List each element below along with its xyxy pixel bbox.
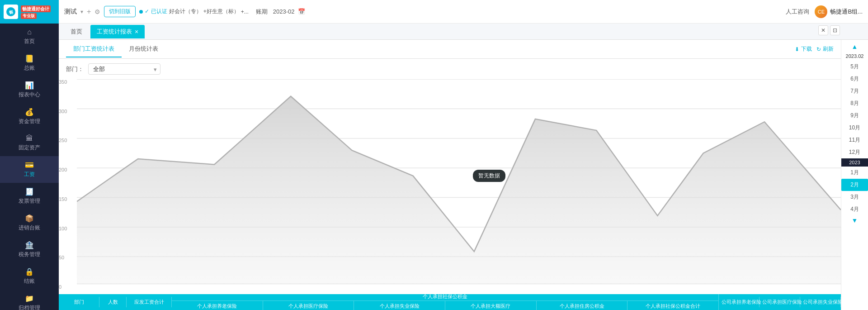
status-more: +...	[241, 9, 249, 15]
right-panel: ▲ 2023.02 5月 6月 7月 8月 9月 10月 11月 12月 202…	[841, 40, 868, 310]
panel-expand-button[interactable]: ⊡	[830, 25, 840, 35]
payroll-icon: 💳	[25, 161, 34, 169]
assets-icon: 🏛	[26, 134, 33, 143]
col-total-salary: 应发工资合计	[127, 297, 172, 307]
year-2023-header[interactable]: 2023	[841, 158, 868, 167]
col-personal-total: 个人承担社保公积金合计	[627, 301, 719, 310]
col-personal-pension: 个人承担养老保险	[172, 301, 263, 310]
panel-close-button[interactable]: ✕	[818, 25, 828, 35]
sub-tab-monthly-stats[interactable]: 月份统计表	[122, 41, 165, 57]
invoices-icon: 🧾	[25, 187, 34, 196]
sidebar-item-reports[interactable]: 📊 报表中心	[0, 76, 59, 103]
personal-group-cells: 个人承担养老保险 个人承担医疗保险 个人承担失业保险 个人承担大额医疗 个人承担…	[172, 301, 719, 310]
month-10[interactable]: 10月	[841, 122, 868, 134]
month-7[interactable]: 7月	[841, 85, 868, 97]
tab-close-button[interactable]: ×	[135, 28, 138, 35]
company-dropdown-arrow[interactable]: ▾	[80, 9, 83, 15]
app-logo: 畅 畅捷通好会计 专业版	[0, 0, 59, 24]
sidebar-item-assets[interactable]: 🏛 固定资产	[0, 130, 59, 156]
sidebar-item-closing[interactable]: 🔒 结账	[0, 263, 59, 290]
year-next-button[interactable]: ▼	[850, 215, 859, 225]
sidebar-item-general-ledger[interactable]: 📒 总账	[0, 50, 59, 76]
dept-select-wrapper: 全部 销售部 财务部 技术部 行政部	[88, 63, 160, 75]
sidebar-item-invoices[interactable]: 🧾 发票管理	[0, 183, 59, 210]
tab-salary-report[interactable]: 工资统计报表 ×	[90, 25, 145, 38]
topbar: 测试 ▾ + ⚙ 切到旧版 ✓ 已认证 好会计（专） +好生意（标） +... …	[59, 0, 868, 24]
month-1[interactable]: 1月	[841, 167, 868, 179]
main-content: 测试 ▾ + ⚙ 切到旧版 ✓ 已认证 好会计（专） +好生意（标） +... …	[59, 0, 868, 310]
user-info: CE 畅捷通B组...	[815, 5, 863, 18]
line-chart	[77, 79, 841, 290]
table-header: 部门 人数 应发工资合计 个人承担社保公积金 个人承担养老保险 个人承担医疗保险…	[59, 294, 841, 310]
month-12[interactable]: 12月	[841, 146, 868, 158]
topbar-right: 人工咨询 CE 畅捷通B组...	[786, 5, 863, 18]
status-dot	[139, 10, 143, 14]
sidebar-item-funds[interactable]: 💰 资金管理	[0, 103, 59, 130]
left-panel: 部门工资统计表 月份统计表 ⬇ 下载 ↻ 刷新	[59, 40, 841, 310]
home-icon: ⌂	[27, 28, 32, 36]
col-personal-medical: 个人承担医疗保险	[263, 301, 354, 310]
reports-icon: 📊	[25, 81, 34, 90]
sidebar-item-payroll[interactable]: 💳 工资	[0, 156, 59, 183]
dept-select[interactable]: 全部 销售部 财务部 技术部 行政部	[88, 63, 160, 75]
company-title: 测试	[64, 8, 77, 16]
col-company-medical: 公司承担医疗保险	[760, 297, 800, 307]
topbar-status: ✓ 已认证 好会计（专） +好生意（标） +...	[139, 8, 248, 15]
calendar-icon[interactable]: 📅	[298, 8, 305, 15]
month-6[interactable]: 6月	[841, 73, 868, 85]
year-prev-button[interactable]: ▲	[850, 42, 859, 52]
sidebar-item-archive[interactable]: 📁 归档管理	[0, 290, 59, 310]
sidebar-item-tax[interactable]: 🏦 税务管理	[0, 236, 59, 263]
human-service-link[interactable]: 人工咨询	[786, 8, 809, 16]
username: 畅捷通B组...	[830, 8, 863, 16]
switch-old-version-button[interactable]: 切到旧版	[104, 6, 136, 17]
archive-icon: 📁	[25, 294, 34, 303]
download-icon: ⬇	[795, 46, 799, 52]
status-certified: ✓ 已认证	[145, 8, 167, 15]
page-body: 部门工资统计表 月份统计表 ⬇ 下载 ↻ 刷新	[59, 40, 868, 310]
funds-icon: 💰	[25, 108, 34, 116]
logo-icon: 畅	[4, 5, 18, 19]
tab-bar: 首页 工资统计报表 ×	[59, 24, 868, 40]
sub-tabs: 部门工资统计表 月份统计表 ⬇ 下载 ↻ 刷新	[59, 40, 841, 59]
month-2-active[interactable]: 2月	[841, 179, 868, 191]
refresh-button[interactable]: ↻ 刷新	[816, 45, 834, 53]
sub-tab-actions: ⬇ 下载 ↻ 刷新	[795, 45, 834, 53]
sidebar-item-home[interactable]: ⌂ 首页	[0, 24, 59, 50]
month-9[interactable]: 9月	[841, 110, 868, 122]
topbar-plus[interactable]: +	[87, 8, 91, 16]
tab-home[interactable]: 首页	[64, 25, 89, 38]
personal-group-header: 个人承担社保公积金	[172, 294, 719, 301]
topbar-gear[interactable]: ⚙	[94, 8, 100, 15]
month-4[interactable]: 4月	[841, 203, 868, 215]
personal-group: 个人承担社保公积金 个人承担养老保险 个人承担医疗保险 个人承担失业保险 个人承…	[172, 294, 719, 310]
col-personal-major-medical: 个人承担大额医疗	[445, 301, 537, 310]
download-button[interactable]: ⬇ 下载	[795, 45, 812, 53]
sidebar-nav: ⌂ 首页 📒 总账 📊 报表中心 💰 资金管理 🏛 固定资产 💳 工资 🧾 发票…	[0, 24, 59, 310]
avatar: CE	[815, 5, 827, 18]
period-value: 2023-02	[273, 8, 295, 15]
chart-area: 350 300 250 200 150 100 50 0 暂无数据	[59, 79, 841, 294]
filter-row: 部门： 全部 销售部 财务部 技术部 行政部	[59, 59, 841, 79]
refresh-icon: ↻	[816, 46, 821, 52]
col-count: 人数	[99, 297, 127, 307]
tax-icon: 🏦	[25, 241, 34, 249]
status-business: +好生意（标）	[203, 8, 239, 15]
filter-label: 部门：	[66, 65, 84, 73]
month-8[interactable]: 8月	[841, 97, 868, 110]
sub-tab-dept-stats[interactable]: 部门工资统计表	[66, 41, 122, 57]
sidebar-item-purchase-sales[interactable]: 📦 进销台账	[0, 210, 59, 236]
purchase-icon: 📦	[25, 214, 34, 223]
col-personal-housing: 个人承担住房公积金	[537, 301, 628, 310]
month-5[interactable]: 5月	[841, 61, 868, 73]
sidebar: 畅 畅捷通好会计 专业版 ⌂ 首页 📒 总账 📊 报表中心 💰 资金管理 🏛 固…	[0, 0, 59, 310]
panel-controls: ✕ ⊡	[818, 25, 840, 35]
month-11[interactable]: 11月	[841, 134, 868, 146]
month-3[interactable]: 3月	[841, 191, 868, 203]
period-label: 账期	[256, 8, 268, 16]
col-dept: 部门	[59, 297, 99, 307]
status-accounting: 好会计（专）	[169, 8, 202, 15]
col-company-pension: 公司承担养老保险	[719, 297, 760, 307]
ledger-icon: 📒	[25, 54, 34, 63]
col-company-unemploy: 公司承担失业保险	[800, 297, 841, 307]
